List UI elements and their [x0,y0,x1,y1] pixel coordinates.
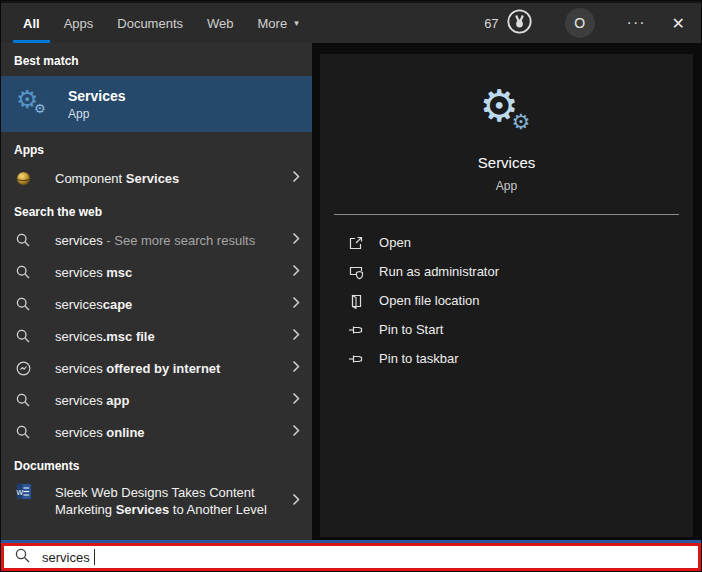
action-label: Pin to Start [379,322,443,337]
web-suggestion-services-msc[interactable]: services msc [1,256,312,288]
chevron-right-icon [292,328,300,344]
search-icon [16,393,55,407]
text-caret [94,549,95,565]
search-the-web-header: Search the web [1,194,312,224]
suggestion-label: servicescape [55,297,286,312]
action-label: Run as administrator [379,264,499,279]
svg-text:W: W [16,489,23,496]
chevron-right-icon [292,493,300,509]
chevron-right-icon [292,170,300,186]
search-input[interactable]: services [1,543,701,571]
best-match-subtitle: App [68,107,126,121]
suggestion-label: services app [55,393,286,408]
document-result[interactable]: W Sleek Web Designs Takes Content Market… [1,478,312,524]
apps-header: Apps [1,132,312,162]
services-gears-icon-large: ⚙⚙ [472,84,542,136]
chevron-right-icon [292,392,300,408]
preview-divider [334,214,679,215]
search-icon [16,425,55,439]
search-query-text: services [42,550,90,565]
word-document-icon: W [16,483,55,500]
pin-icon [347,322,364,338]
tab-all-label: All [23,16,40,31]
search-icon [15,548,30,567]
action-label: Open [379,235,411,250]
chevron-right-icon [292,296,300,312]
tab-apps[interactable]: Apps [52,3,106,43]
rewards-count: 67 [484,16,498,31]
document-title: Sleek Web Designs Takes Content Marketin… [55,484,286,518]
preview-panel: ⚙⚙ Services App Open Run as administrato… [312,43,701,542]
topbar-right-cluster: 67 O ··· ✕ [484,8,685,38]
tab-more[interactable]: More▾ [246,3,311,43]
web-suggestion-see-more[interactable]: services - See more search results [1,224,312,256]
documents-header: Documents [1,448,312,478]
tab-documents-label: Documents [117,16,183,31]
avatar[interactable]: O [565,8,595,38]
web-suggestion-services-offered-by-internet[interactable]: services offered by internet [1,352,312,384]
action-open[interactable]: Open [347,228,693,257]
tab-more-label: More [258,16,288,31]
web-suggestion-services-app[interactable]: services app [1,384,312,416]
action-pin-to-start[interactable]: Pin to Start [347,315,693,344]
context-actions: Open Run as administrator Open file loca… [320,228,693,373]
web-suggestion-services-msc-file[interactable]: services.msc file [1,320,312,352]
tab-apps-label: Apps [64,16,94,31]
action-open-file-location[interactable]: Open file location [347,286,693,315]
search-filter-bar: All Apps Documents Web More▾ 67 O ··· ✕ [1,1,701,43]
search-icon [16,233,55,247]
services-gears-icon: ⚙⚙ [16,87,54,121]
tab-all[interactable]: All [11,3,52,43]
suggestion-label: services offered by internet [55,361,286,376]
action-label: Open file location [379,293,479,308]
admin-shield-icon [347,264,364,280]
avatar-letter: O [574,15,585,31]
chevron-down-icon: ▾ [294,18,299,28]
rewards-badge[interactable]: 67 [484,8,532,38]
suggestion-label: services msc [55,265,286,280]
preview-app-subtitle: App [320,179,693,193]
chevron-right-icon [292,360,300,376]
preview-card: ⚙⚙ Services App Open Run as administrato… [320,54,693,537]
suggestion-label: services - See more search results [55,233,286,248]
search-icon [16,265,55,279]
web-suggestion-servicescape[interactable]: servicescape [1,288,312,320]
preview-app-title: Services [320,154,693,171]
result-label: Component Services [55,171,286,186]
component-services-icon [16,171,55,186]
tab-documents[interactable]: Documents [105,3,195,43]
search-icon [16,329,55,343]
windows-search-flyout: All Apps Documents Web More▾ 67 O ··· ✕ … [0,0,702,572]
chevron-right-icon [292,264,300,280]
search-icon [16,297,55,311]
pin-icon [347,351,364,367]
filter-tabs: All Apps Documents Web More▾ [11,3,311,43]
results-panel: Best match ⚙⚙ Services App Apps Componen… [1,43,312,542]
action-pin-to-taskbar[interactable]: Pin to taskbar [347,344,693,373]
best-match-title: Services [68,88,126,104]
chevron-right-icon [292,232,300,248]
open-icon [347,235,364,251]
trending-icon [16,361,55,376]
medal-icon [506,8,533,38]
file-location-icon [347,293,364,309]
best-match-header: Best match [1,43,312,73]
suggestion-label: services online [55,425,286,440]
search-bar-region: services [1,540,701,571]
best-match-text: Services App [68,88,126,121]
tab-web-label: Web [207,16,234,31]
close-button[interactable]: ✕ [672,14,685,33]
suggestion-label: services.msc file [55,329,286,344]
action-label: Pin to taskbar [379,351,459,366]
best-match-result-services[interactable]: ⚙⚙ Services App [1,76,312,132]
chevron-right-icon [292,424,300,440]
action-run-as-administrator[interactable]: Run as administrator [347,257,693,286]
web-suggestion-services-online[interactable]: services online [1,416,312,448]
app-result-component-services[interactable]: Component Services [1,162,312,194]
tab-web[interactable]: Web [195,3,246,43]
more-options-button[interactable]: ··· [627,14,646,32]
